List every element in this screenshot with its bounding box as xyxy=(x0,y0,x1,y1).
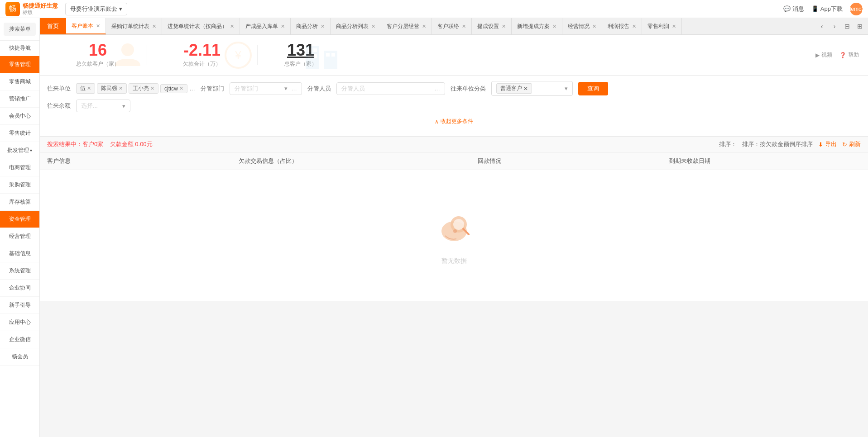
tab-product-analysis-list[interactable]: 商品分析列表 ✕ xyxy=(331,18,381,34)
tab-close-icon[interactable]: ✕ xyxy=(672,24,676,29)
filter-tag-wu: 伍 ✕ xyxy=(76,83,95,94)
tab-close-icon[interactable]: ✕ xyxy=(230,24,234,29)
tab-close-icon[interactable]: ✕ xyxy=(96,23,100,29)
tab-home[interactable]: 首页 xyxy=(40,18,66,34)
filter-more-button[interactable]: … xyxy=(189,85,195,92)
play-icon: ▶ xyxy=(815,52,820,58)
unit-type-tag: 普通客户 ✕ xyxy=(496,83,532,94)
help-icon: ❓ xyxy=(839,52,846,58)
remove-tag-wangxiaoliang[interactable]: ✕ xyxy=(150,86,154,91)
table-header: 客户信息 欠款交易信息（占比） 回款情况 到期未收款日期 xyxy=(40,152,868,170)
unit-filter-label: 往来单位 xyxy=(47,85,71,93)
sidebar-item-ecommerce-mgmt[interactable]: 电商管理 xyxy=(0,159,39,176)
tab-close-icon[interactable]: ✕ xyxy=(281,24,285,29)
tab-close-icon[interactable]: ✕ xyxy=(502,24,506,29)
tab-profit-report[interactable]: 利润报告 ✕ xyxy=(602,18,642,34)
help-button[interactable]: ❓ 帮助 xyxy=(839,51,859,59)
filter-bar: 往来单位 伍 ✕ 陈民强 ✕ 王小亮 ✕ xyxy=(40,76,868,137)
svg-rect-9 xyxy=(326,53,330,57)
balance-filter-select[interactable]: 选择... ▾ xyxy=(76,100,130,112)
tab-add-commission-plan[interactable]: 新增提成方案 ✕ xyxy=(512,18,562,34)
app-download-button[interactable]: 📱 App下载 xyxy=(811,5,843,13)
header-right: 💬 消息 📱 App下载 demo2 xyxy=(783,3,863,15)
tab-retail-profit[interactable]: 零售利润 ✕ xyxy=(642,18,682,34)
svg-rect-6 xyxy=(313,48,317,52)
tab-controls: ‹ › ⊟ ⊞ xyxy=(814,21,868,32)
col-header-date: 到期未收款日期 xyxy=(669,157,861,165)
sidebar-item-marketing[interactable]: 营销推广 xyxy=(0,90,39,108)
tab-close-icon[interactable]: ✕ xyxy=(632,24,636,29)
sidebar-item-quick-nav[interactable]: 快捷导航 xyxy=(0,41,39,56)
collapse-filter-button[interactable]: ∧ 收起更多条件 xyxy=(431,116,477,127)
remove-tag-wu[interactable]: ✕ xyxy=(87,86,91,91)
result-bar: 搜索结果中：客户0家 欠款金额 0.00元 排序： 排序：按欠款金额倒序排序 ⬇… xyxy=(40,137,868,152)
stat-debt-value: -2.11 xyxy=(183,42,221,58)
tab-commission-settings[interactable]: 提成设置 ✕ xyxy=(472,18,512,34)
sidebar-item-member-center[interactable]: 会员中心 xyxy=(0,108,39,125)
sidebar-item-retail-mgmt[interactable]: 零售管理 xyxy=(0,56,39,73)
sidebar-item-newbie-guide[interactable]: 新手引导 xyxy=(0,297,39,314)
video-help-button[interactable]: ▶ 视频 xyxy=(815,51,832,59)
tab-business-status[interactable]: 经营情况 ✕ xyxy=(562,18,602,34)
sidebar-item-enterprise-wechat[interactable]: 企业微信 xyxy=(0,331,39,348)
person-filter-select[interactable]: 分管人员 … xyxy=(336,82,445,95)
tab-close-icon[interactable]: ✕ xyxy=(592,24,596,29)
tab-scroll-right-button[interactable]: › xyxy=(829,21,840,32)
refresh-icon: ↻ xyxy=(842,141,847,148)
avatar[interactable]: demo2 xyxy=(850,3,863,15)
tab-close-icon[interactable]: ✕ xyxy=(552,24,556,29)
org-selector[interactable]: 母婴行业演示账套 ▾ xyxy=(65,3,127,15)
empty-illustration xyxy=(432,206,477,252)
svg-point-0 xyxy=(121,43,134,56)
tab-purchase-stats-by-product[interactable]: 进货单统计表（按商品） ✕ xyxy=(162,18,240,34)
sidebar-item-purchase-mgmt[interactable]: 采购管理 xyxy=(0,176,39,194)
col-header-customer: 客户信息 xyxy=(47,157,239,165)
sidebar-item-retail-mall[interactable]: 零售商城 xyxy=(0,73,39,90)
tab-close-icon[interactable]: ✕ xyxy=(371,24,375,29)
remove-unit-type-tag[interactable]: ✕ xyxy=(523,86,528,92)
tab-customer-ledger[interactable]: 客户账本 ✕ xyxy=(66,18,106,34)
sidebar-item-operations-mgmt[interactable]: 经营管理 xyxy=(0,228,39,245)
sort-selector[interactable]: 排序：按欠款金额倒序排序 xyxy=(742,140,813,148)
sidebar-item-basic-info[interactable]: 基础信息 xyxy=(0,245,39,262)
tab-minimize-button[interactable]: ⊟ xyxy=(842,21,853,32)
sidebar-item-enterprise-collab[interactable]: 企业协同 xyxy=(0,280,39,297)
dept-filter-select[interactable]: 分管部门 ▾ … xyxy=(230,82,302,95)
refresh-button[interactable]: ↻ 刷新 xyxy=(842,140,861,148)
sidebar-item-retail-stats[interactable]: 零售统计 xyxy=(0,125,39,142)
tab-product-analysis[interactable]: 商品分析 ✕ xyxy=(291,18,331,34)
export-button[interactable]: ⬇ 导出 xyxy=(818,140,837,148)
query-button[interactable]: 查询 xyxy=(578,82,608,95)
tab-purchase-order-stats[interactable]: 采购订单统计表 ✕ xyxy=(106,18,162,34)
sidebar-search-area: 搜索菜单 xyxy=(0,18,39,41)
download-icon: 📱 xyxy=(811,5,819,12)
svg-rect-5 xyxy=(308,48,312,52)
tab-close-icon[interactable]: ✕ xyxy=(462,24,466,29)
tab-customer-tier-ops[interactable]: 客户分层经营 ✕ xyxy=(381,18,432,34)
chevron-down-icon: ▾ xyxy=(565,85,568,92)
page-content: 16 总欠款客户（家） ¥ -2.11 欠款合计（万） xyxy=(40,35,868,437)
sidebar-item-system-mgmt[interactable]: 系统管理 xyxy=(0,262,39,280)
sidebar-item-finance-mgmt[interactable]: 资金管理 xyxy=(0,211,39,228)
empty-state: 暂无数据 xyxy=(40,170,868,301)
remove-tag-cjttcw[interactable]: ✕ xyxy=(179,86,183,91)
remove-tag-chenminqiang[interactable]: ✕ xyxy=(119,86,123,91)
clear-dept-icon[interactable]: … xyxy=(291,85,297,92)
tab-close-icon[interactable]: ✕ xyxy=(152,24,156,29)
unit-type-filter-select[interactable]: 普通客户 ✕ ▾ xyxy=(491,81,573,96)
messages-button[interactable]: 💬 消息 xyxy=(783,5,804,13)
tab-close-icon[interactable]: ✕ xyxy=(422,24,426,29)
sidebar-item-inventory[interactable]: 库存核算 xyxy=(0,194,39,211)
svg-point-13 xyxy=(453,219,464,230)
clear-person-icon[interactable]: … xyxy=(434,85,440,92)
sidebar-item-app-center[interactable]: 应用中心 xyxy=(0,314,39,331)
filter-row-1: 往来单位 伍 ✕ 陈民强 ✕ 王小亮 ✕ xyxy=(47,81,861,96)
search-menu-button[interactable]: 搜索菜单 xyxy=(4,23,36,36)
sidebar-item-member-app[interactable]: 畅会员 xyxy=(0,348,39,366)
tab-finished-goods-receipt[interactable]: 产成品入库单 ✕ xyxy=(240,18,291,34)
tab-customer-contact[interactable]: 客户联络 ✕ xyxy=(432,18,472,34)
tab-maximize-button[interactable]: ⊞ xyxy=(854,21,865,32)
sidebar-item-wholesale-mgmt[interactable]: 批发管理 ▾ xyxy=(0,142,39,159)
tab-close-icon[interactable]: ✕ xyxy=(321,24,325,29)
tab-scroll-left-button[interactable]: ‹ xyxy=(816,21,827,32)
